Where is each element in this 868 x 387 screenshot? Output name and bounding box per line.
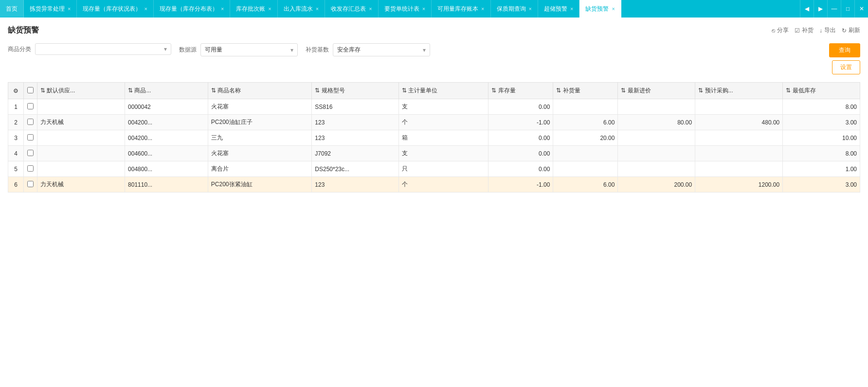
nav-tab-0[interactable]: 首页 [0,0,24,18]
share-btn[interactable]: ⎋ 分享 [772,26,789,35]
nav-tab-1[interactable]: 拣货异常处理 × [24,0,77,18]
table-body: 10000042火花塞SS816支0.008.002力天机械004200...P… [8,99,860,193]
close-window-btn[interactable]: ✕ [854,0,868,18]
nav-tab-close-9[interactable]: × [529,6,532,12]
nav-tab-8[interactable]: 可用量库存账本 × [432,0,490,18]
nav-tab-3[interactable]: 现存量（库存分布表） × [154,0,230,18]
refresh-btn[interactable]: ↻ 刷新 [842,26,860,35]
nav-tab-close-10[interactable]: × [570,6,573,12]
replenish-btn[interactable]: ☑ 补货 [795,26,814,35]
cell-code: 801110... [125,177,208,193]
nav-tab-4[interactable]: 库存批次账 × [230,0,277,18]
nav-tab-6[interactable]: 收发存汇总表 × [325,0,378,18]
col-settings[interactable]: ⚙ [8,83,24,99]
refresh-label: 刷新 [849,26,860,35]
row-checkbox[interactable] [27,181,34,187]
datasource-select[interactable]: 可用量 ▾ [200,43,298,56]
share-label: 分享 [777,26,789,35]
cell-replenish: 6.00 [553,115,618,130]
row-checkbox[interactable] [27,103,34,109]
sort-spec-icon[interactable]: ⇅ [315,87,320,94]
nav-tab-close-1[interactable]: × [68,6,71,12]
nav-tab-close-8[interactable]: × [481,6,484,12]
cell-latest_price: 80.00 [618,115,695,130]
sort-supplier-icon[interactable]: ⇅ [40,87,45,94]
row-checkbox[interactable] [27,165,34,172]
row-checkbox[interactable] [27,119,34,125]
nav-tab-close-2[interactable]: × [144,6,147,12]
nav-tab-label-5: 出入库流水 [284,5,313,13]
cell-supplier [37,146,125,161]
row-checkbox[interactable] [27,150,34,156]
cell-code: 004200... [125,130,208,146]
col-header-name: ⇅ 商品名称 [208,83,311,99]
replenish-base-filter: 补货基数 安全库存 ▾ [306,43,430,56]
nav-tab-label-0: 首页 [6,5,18,13]
cell-latest_price [618,146,695,161]
category-label: 商品分类 [8,45,31,53]
cell-estimated_purchase: 1200.00 [695,177,783,193]
minimize-btn[interactable]: — [827,0,841,18]
minstock-header-label: 最低库存 [793,87,816,94]
nav-tab-close-5[interactable]: × [316,6,319,12]
sort-code-icon[interactable]: ⇅ [128,87,133,94]
cell-estimated_purchase [695,161,783,177]
nav-tab-7[interactable]: 要货单统计表 × [379,0,432,18]
row-checkbox-cell [24,130,37,146]
nav-tab-close-6[interactable]: × [369,6,372,12]
nav-tab-9[interactable]: 保质期查询 × [491,0,538,18]
nav-arrows: ◀ ▶ — □ ✕ [800,0,868,18]
sort-stock-icon[interactable]: ⇅ [491,87,496,94]
settings-gear-icon: ⚙ [13,88,18,94]
sort-name-icon[interactable]: ⇅ [211,87,216,94]
nav-tab-label-7: 要货单统计表 [384,5,419,13]
cell-min_stock: 10.00 [783,130,860,146]
row-checkbox-cell [24,161,37,177]
export-label: 导出 [824,26,836,35]
table-row: 2力天机械004200...PC200油缸庄子123个-1.006.0080.0… [8,115,860,130]
nav-tab-2[interactable]: 现存量（库存状况表） × [77,0,153,18]
name-header-label: 商品名称 [217,87,241,94]
cell-stock: -1.00 [488,177,553,193]
cell-unit: 只 [399,161,488,177]
nav-tab-label-3: 现存量（库存分布表） [160,5,218,13]
cell-stock: 0.00 [488,130,553,146]
sort-purchase-icon[interactable]: ⇅ [698,87,703,94]
cell-replenish: 20.00 [553,130,618,146]
nav-tab-close-3[interactable]: × [221,6,224,12]
nav-tab-close-4[interactable]: × [268,6,271,12]
cell-replenish [553,161,618,177]
purchase-header-label: 预计采购... [705,87,733,94]
cell-supplier [37,130,125,146]
nav-left-arrow[interactable]: ◀ [800,0,814,18]
maximize-btn[interactable]: □ [841,0,854,18]
nav-tab-close-11[interactable]: × [612,6,615,12]
table-row: 4004600...火花塞J7092支0.008.00 [8,146,860,161]
category-select[interactable]: ▾ [35,43,171,55]
query-button[interactable]: 查询 [829,43,860,57]
nav-tab-10[interactable]: 超储预警 × [538,0,579,18]
sort-unit-icon[interactable]: ⇅ [402,87,407,94]
cell-stock: 0.00 [488,161,553,177]
col-checkbox[interactable] [24,83,37,99]
col-header-minstock: ⇅ 最低库存 [783,83,860,99]
nav-right-arrow[interactable]: ▶ [814,0,827,18]
cell-supplier [37,161,125,177]
select-all-checkbox[interactable] [27,87,34,93]
header-actions: ⎋ 分享 ☑ 补货 ↓ 导出 ↻ 刷新 [772,26,860,35]
nav-tab-close-7[interactable]: × [422,6,425,12]
row-checkbox-cell [24,99,37,115]
settings-button[interactable]: 设置 [832,60,860,74]
sort-price-icon[interactable]: ⇅ [621,87,626,94]
export-btn[interactable]: ↓ 导出 [819,26,836,35]
col-header-purchase: ⇅ 预计采购... [695,83,783,99]
nav-tab-5[interactable]: 出入库流水 × [278,0,325,18]
replenish-base-select[interactable]: 安全库存 ▾ [333,43,430,56]
top-nav: 首页拣货异常处理 ×现存量（库存状况表） ×现存量（库存分布表） ×库存批次账 … [0,0,868,18]
sort-replenish-icon[interactable]: ⇅ [556,87,561,94]
row-checkbox[interactable] [27,134,34,141]
nav-tab-11[interactable]: 缺货预警 × [579,0,621,18]
cell-latest_price: 200.00 [618,177,695,193]
cell-estimated_purchase: 480.00 [695,115,783,130]
sort-minstock-icon[interactable]: ⇅ [786,87,791,94]
